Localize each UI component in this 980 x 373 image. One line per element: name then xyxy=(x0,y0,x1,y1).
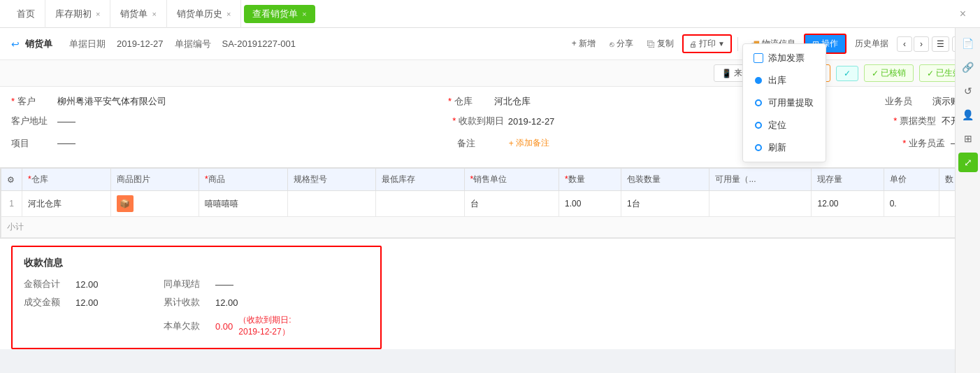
warehouse-label: 仓库 xyxy=(448,95,490,108)
print-arrow-icon: ▼ xyxy=(718,40,725,48)
available-icon xyxy=(753,97,764,108)
date-label: 单据日期 xyxy=(69,38,106,50)
payment-total-row: 金额合计 12.00 xyxy=(24,278,164,290)
payment-section: 收款信息 金额合计 12.00 同单现结 —— 成交金额 12.00 累计收款 … xyxy=(11,246,382,349)
project-label: 项目 xyxy=(11,137,53,150)
next-button[interactable]: › xyxy=(914,36,929,52)
sidebar-refresh-button[interactable]: ↺ xyxy=(958,81,978,101)
tab-sales-history[interactable]: 销货单历史 × xyxy=(167,0,241,28)
tab-view-sales[interactable]: 查看销货单 × xyxy=(244,5,315,23)
sub-toolbar: 📱 来自手机 ⊙ 未开票 ✓ ✓ 已核销 ✓ 已生效 xyxy=(0,60,980,87)
add-note-button[interactable]: + 添加备注 xyxy=(503,134,555,152)
prev-button[interactable]: ‹ xyxy=(897,36,912,52)
table-header-row: ⚙ *仓库 商品图片 *商品 规格型号 最低库存 *销售单位 *数量 包装数量 … xyxy=(1,169,979,191)
sales-staff-label: 业务员孟 xyxy=(902,137,945,150)
owed-note: （收款到期日: 2019-12-27） xyxy=(238,314,303,338)
add-invoice-item[interactable]: 添加发票 xyxy=(743,47,826,69)
note-label: 备注 xyxy=(457,137,499,150)
close-tab-inventory[interactable]: × xyxy=(96,10,100,18)
cumulative-label: 累计收款 xyxy=(164,296,212,309)
locate-item[interactable]: 定位 xyxy=(743,114,826,136)
row-price: 0. xyxy=(884,191,939,217)
customer-field: 客户 柳州粤港平安气体有限公司 xyxy=(11,95,448,108)
pack-qty-col-header: 包装数量 xyxy=(621,169,709,191)
row-num: 1 xyxy=(1,191,22,217)
customer-value: 柳州粤港平安气体有限公司 xyxy=(57,95,166,108)
share-icon: ⎋ xyxy=(610,40,614,48)
new-button[interactable]: + 新增 xyxy=(566,35,601,52)
price-col-header: 单价 xyxy=(884,169,939,191)
confirm-button[interactable]: ✓ xyxy=(836,66,858,81)
row-stock: 12.00 xyxy=(812,191,884,217)
payment-grid: 金额合计 12.00 同单现结 —— 成交金额 12.00 累计收款 12.00… xyxy=(24,278,369,338)
close-tab-sales[interactable]: × xyxy=(152,10,156,18)
due-date-label: 收款到期日 xyxy=(452,115,504,127)
address-value: —— xyxy=(57,116,75,127)
row-avail xyxy=(709,191,812,217)
document-area: ↩ 销货单 单据日期 2019-12-27 单据编号 SA-20191227-0… xyxy=(0,28,980,349)
row-pack-qty: 1台 xyxy=(621,191,709,217)
due-date-value: 2019-12-27 xyxy=(508,116,555,127)
phone-icon: 📱 xyxy=(721,69,732,78)
tab-bar: 首页 库存期初 × 销货单 × 销货单历史 × 查看销货单 × × xyxy=(0,0,980,28)
project-field: 项目 —— xyxy=(11,137,457,150)
close-window-button[interactable]: × xyxy=(953,8,973,20)
sidebar-doc-button[interactable]: 📄 xyxy=(958,34,978,53)
stock-col-header: 现存量 xyxy=(812,169,884,191)
avail-col-header: 可用量（... xyxy=(709,169,812,191)
row-product-img: 📦 xyxy=(110,191,199,217)
tab-sales-order[interactable]: 销货单 × xyxy=(110,0,166,28)
sidebar-user-button[interactable]: 👤 xyxy=(958,105,978,125)
separator xyxy=(737,37,738,51)
copy-button[interactable]: ⿻ 复制 xyxy=(642,35,679,52)
table-section: ⚙ *仓库 商品图片 *商品 规格型号 最低库存 *销售单位 *数量 包装数量 … xyxy=(0,167,980,239)
staff-label: 业务员 xyxy=(885,95,927,108)
same-settle-value: —— xyxy=(215,279,233,290)
unit-col-header: *销售单位 xyxy=(464,169,559,191)
outbound-icon xyxy=(753,75,764,86)
address-field: 客户地址 —— xyxy=(11,115,452,127)
list-view-button[interactable]: ☰ xyxy=(932,36,949,52)
row-unit: 台 xyxy=(464,191,559,217)
sidebar-expand-button[interactable]: ⤢ xyxy=(958,153,978,172)
refresh-item[interactable]: 刷新 xyxy=(743,136,826,159)
settings-col-header[interactable]: ⚙ xyxy=(1,169,22,191)
tab-home[interactable]: 首页 xyxy=(7,0,45,28)
row-warehouse: 河北仓库 xyxy=(22,191,111,217)
subtotal-row: 小计 xyxy=(1,217,979,238)
min-stock-col-header: 最低库存 xyxy=(376,169,465,191)
doc-title-area: ↩ 销货单 单据日期 2019-12-27 单据编号 SA-20191227-0… xyxy=(11,38,566,50)
share-button[interactable]: ⎋ 分享 xyxy=(604,35,639,52)
row-min-stock xyxy=(376,191,465,217)
ops-dropdown: 添加发票 出库 可用量提取 定位 刷新 xyxy=(742,43,826,162)
deal-value: 12.00 xyxy=(75,297,99,308)
cancelled-button[interactable]: ✓ 已核销 xyxy=(864,64,914,82)
check-icon: ✓ xyxy=(844,69,851,78)
table-wrapper: ⚙ *仓库 商品图片 *商品 规格型号 最低库存 *销售单位 *数量 包装数量 … xyxy=(0,167,980,239)
note-field: 备注 + 添加备注 xyxy=(457,134,903,152)
qty-col-header: *数量 xyxy=(559,169,621,191)
total-label: 金额合计 xyxy=(24,278,73,290)
print-icon: 🖨 xyxy=(689,40,697,48)
available-qty-item[interactable]: 可用量提取 xyxy=(743,92,826,114)
close-tab-history[interactable]: × xyxy=(226,10,231,18)
invoice-icon xyxy=(753,52,764,64)
sidebar-table-button[interactable]: ⊞ xyxy=(958,129,978,148)
total-value: 12.00 xyxy=(75,279,99,290)
row-spec xyxy=(287,191,376,217)
customer-label: 客户 xyxy=(11,95,53,108)
sales-order-icon: ↩ xyxy=(11,38,20,50)
history-button[interactable]: 历史单据 xyxy=(849,35,894,52)
close-tab-view-sales[interactable]: × xyxy=(302,10,306,18)
sidebar-link-button[interactable]: 🔗 xyxy=(958,57,978,77)
row-qty: 1.00 xyxy=(559,191,621,217)
print-button[interactable]: 🖨 打印 ▼ xyxy=(682,34,732,53)
table-row: 1 河北仓库 📦 嘻嘻嘻嘻 台 1.00 1台 xyxy=(1,191,979,217)
locate-icon xyxy=(753,120,764,131)
doc-header: ↩ 销货单 单据日期 2019-12-27 单据编号 SA-20191227-0… xyxy=(0,28,980,60)
right-sidebar: 📄 🔗 ↺ 👤 ⊞ ⤢ xyxy=(955,28,980,356)
payment-cumulative-row: 累计收款 12.00 xyxy=(164,296,303,309)
tab-inventory-init[interactable]: 库存期初 × xyxy=(45,0,110,28)
outbound-item[interactable]: 出库 xyxy=(743,69,826,92)
payment-owed-row: 本单欠款 0.00 （收款到期日: 2019-12-27） xyxy=(164,314,303,338)
